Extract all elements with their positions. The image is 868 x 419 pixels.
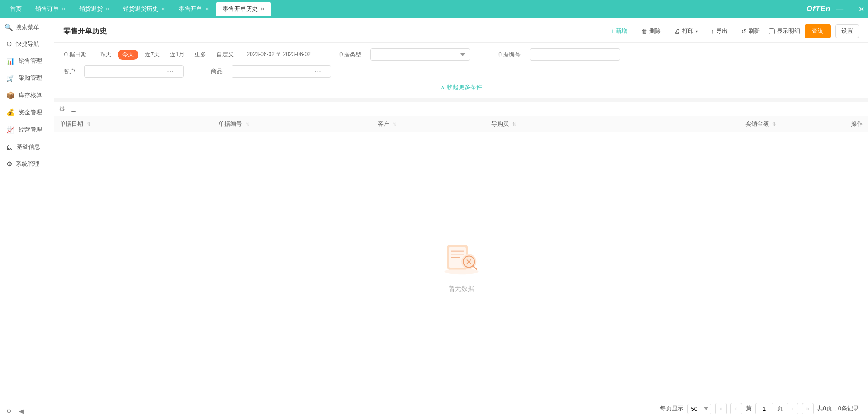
tab-sales-return-close[interactable]: ✕ — [105, 6, 109, 12]
sales-mgmt-icon: 📊 — [6, 57, 15, 65]
col-number-sort-icon: ⇅ — [246, 122, 249, 127]
date-btn-yesterday[interactable]: 昨天 — [96, 50, 115, 60]
table-toolbar: ⚙ — [54, 102, 868, 116]
doc-type-select[interactable] — [370, 48, 470, 61]
refresh-icon: ↺ — [741, 28, 746, 35]
tab-retail-open-history-label: 零售开单历史 — [223, 5, 258, 13]
settings-bottom-icon[interactable]: ⚙ — [6, 408, 12, 414]
sidebar-item-operations[interactable]: 📈 经营管理 — [0, 121, 54, 138]
filter-area: 单据日期 昨天 今天 近7天 近1月 更多 自定义 2023-06-02 至 2… — [54, 43, 868, 98]
col-date-label: 单据日期 — [60, 120, 83, 127]
refresh-label: 刷新 — [748, 27, 760, 35]
col-action-label: 操作 — [851, 120, 863, 127]
customer-dots[interactable]: ··· — [167, 67, 174, 75]
page-title: 零售开单历史 — [63, 27, 107, 36]
doc-number-input[interactable] — [530, 48, 620, 61]
col-amount[interactable]: 实销金额 ⇅ — [622, 116, 781, 132]
maximize-icon[interactable]: □ — [849, 5, 853, 13]
refresh-button[interactable]: ↺ 刷新 — [737, 25, 764, 38]
sidebar-item-inventory-label: 库存核算 — [19, 91, 42, 99]
last-page-button[interactable]: » — [802, 403, 814, 414]
sidebar-search-label: 搜索菜单 — [16, 24, 39, 32]
date-btn-custom[interactable]: 自定义 — [213, 50, 237, 60]
sidebar-item-purchase-mgmt[interactable]: 🛒 采购管理 — [0, 70, 54, 87]
minimize-icon[interactable]: — — [836, 5, 843, 13]
collapse-row: ∧ 收起更多条件 — [63, 82, 859, 92]
date-btn-1month[interactable]: 近1月 — [166, 50, 188, 60]
sidebar-item-inventory[interactable]: 📦 库存核算 — [0, 87, 54, 104]
tab-sales-return-history-label: 销货退货历史 — [123, 5, 158, 13]
brand-logo: OfTEn — [806, 5, 830, 13]
col-date[interactable]: 单据日期 ⇅ — [54, 116, 213, 132]
collapse-button[interactable]: ∧ 收起更多条件 — [436, 82, 487, 92]
top-right-controls: OfTEn — □ ✕ — [806, 5, 864, 14]
export-button[interactable]: ↑ 导出 — [707, 25, 733, 38]
sidebar-item-base-info[interactable]: 🗂 基础信息 — [0, 138, 54, 155]
table-settings-icon[interactable]: ⚙ — [59, 104, 65, 113]
first-page-button[interactable]: « — [715, 403, 727, 414]
product-input[interactable] — [237, 68, 313, 75]
page-number-input[interactable] — [755, 403, 773, 414]
col-customer[interactable]: 客户 ⇅ — [372, 116, 486, 132]
customer-input[interactable] — [89, 68, 165, 75]
tab-sales-order[interactable]: 销售订单 ✕ — [29, 2, 72, 16]
tab-sales-return-history[interactable]: 销货退货历史 ✕ — [117, 2, 171, 16]
search-icon: 🔍 — [5, 24, 13, 32]
tab-home[interactable]: 首页 — [4, 2, 28, 16]
date-btn-7days[interactable]: 近7天 — [141, 50, 163, 60]
doc-type-label: 单据类型 — [338, 51, 361, 59]
print-button[interactable]: 🖨 打印 ▾ — [670, 25, 702, 38]
col-salesperson[interactable]: 导购员 ⇅ — [486, 116, 622, 132]
sidebar-item-system[interactable]: ⚙ 系统管理 — [0, 155, 54, 173]
per-page-select[interactable]: 50 10 20 100 — [687, 404, 711, 414]
show-detail-input[interactable] — [769, 28, 775, 34]
top-nav-bar: 首页 销售订单 ✕ 销货退货 ✕ 销货退货历史 ✕ 零售开单 ✕ 零售开单历史 … — [0, 0, 868, 18]
date-range-display: 2023-06-02 至 2023-06-02 — [247, 51, 310, 58]
sidebar-bottom: ⚙ ◀ — [0, 403, 54, 419]
export-label: 导出 — [716, 27, 728, 35]
quick-nav-icon: ⊙ — [6, 40, 12, 48]
date-btn-today[interactable]: 今天 — [118, 50, 138, 60]
tab-sales-return-label: 销货退货 — [79, 5, 103, 13]
tab-retail-open-history[interactable]: 零售开单历史 ✕ — [216, 2, 271, 16]
show-detail-label: 显示明细 — [777, 27, 800, 35]
delete-button[interactable]: 🗑 删除 — [637, 25, 665, 38]
finance-icon: 💰 — [6, 108, 15, 117]
tab-retail-open-history-close[interactable]: ✕ — [261, 6, 265, 12]
prev-page-button[interactable]: ‹ — [730, 403, 742, 414]
sidebar-search[interactable]: 🔍 搜索菜单 — [0, 18, 54, 35]
sidebar-item-quick-nav[interactable]: ⊙ 快捷导航 — [0, 35, 54, 52]
next-page-button[interactable]: › — [787, 403, 798, 414]
product-filter-label: 商品 — [211, 67, 223, 75]
add-button[interactable]: + 新增 — [606, 25, 632, 38]
col-number[interactable]: 单据编号 ⇅ — [213, 116, 372, 132]
query-button[interactable]: 查询 — [805, 24, 831, 38]
tab-sales-return[interactable]: 销货退货 ✕ — [73, 2, 116, 16]
col-customer-label: 客户 — [378, 120, 389, 127]
tab-retail-open[interactable]: 零售开单 ✕ — [172, 2, 215, 16]
col-amount-sort-icon: ⇅ — [772, 122, 776, 127]
tab-sales-order-close[interactable]: ✕ — [62, 6, 66, 12]
select-all-checkbox[interactable] — [71, 106, 76, 112]
tab-retail-open-close[interactable]: ✕ — [205, 6, 209, 12]
date-btn-more[interactable]: 更多 — [191, 50, 210, 60]
close-icon[interactable]: ✕ — [859, 5, 864, 14]
date-filters: 昨天 今天 近7天 近1月 更多 自定义 — [96, 50, 237, 60]
col-salesperson-sort-icon: ⇅ — [512, 122, 516, 127]
main-layout: 🔍 搜索菜单 ⊙ 快捷导航 📊 销售管理 🛒 采购管理 📦 库存核算 💰 资金管… — [0, 18, 868, 419]
print-icon: 🖨 — [674, 28, 680, 35]
product-dots[interactable]: ··· — [314, 67, 321, 75]
customer-input-container[interactable]: ··· — [84, 65, 184, 78]
product-input-container[interactable]: ··· — [232, 65, 331, 78]
sidebar-item-finance[interactable]: 💰 资金管理 — [0, 104, 54, 121]
customer-filter-label: 客户 — [63, 67, 75, 75]
data-table: 单据日期 ⇅ 单据编号 ⇅ 客户 ⇅ 导购员 ⇅ — [54, 116, 868, 132]
col-action: 操作 — [781, 116, 868, 132]
tab-sales-return-history-close[interactable]: ✕ — [161, 6, 165, 12]
show-detail-checkbox[interactable]: 显示明细 — [769, 27, 800, 35]
settings-button[interactable]: 设置 — [835, 24, 859, 38]
collapse-sidebar-icon[interactable]: ◀ — [19, 408, 24, 414]
collapse-label: 收起更多条件 — [447, 83, 482, 91]
sidebar-item-base-info-label: 基础信息 — [17, 143, 40, 151]
sidebar-item-sales-mgmt[interactable]: 📊 销售管理 — [0, 52, 54, 70]
